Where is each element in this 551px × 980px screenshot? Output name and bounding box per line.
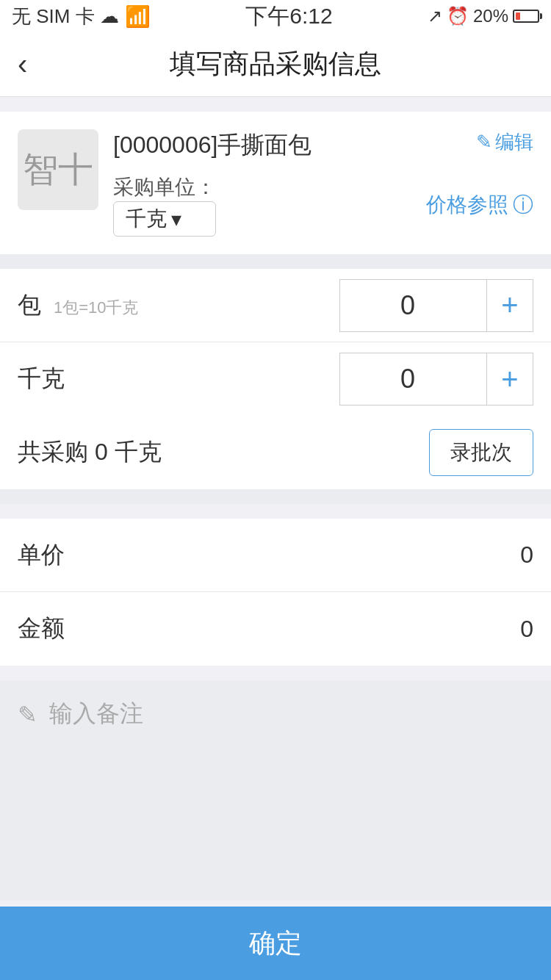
- product-name-row: [0000006]手撕面包 ✎ 编辑: [113, 129, 533, 162]
- divider-2: [0, 489, 551, 504]
- confirm-button[interactable]: 确定: [0, 907, 551, 980]
- divider-1: [0, 254, 551, 269]
- unit-row: 采购单位： 千克 ▾ 价格参照 ⓘ: [113, 173, 533, 237]
- edit-icon: ✎: [476, 131, 492, 154]
- kg-plus-button[interactable]: +: [486, 353, 533, 406]
- bao-input-row: 包 1包=10千克 +: [0, 269, 551, 342]
- price-info-section: 单价 0 金额 0: [0, 519, 551, 666]
- batch-button[interactable]: 录批次: [429, 429, 533, 476]
- unit-price-value: 0: [520, 541, 533, 569]
- status-bar: 无 SIM 卡 ☁ 📶 下午6:12 ↗ ⏰ 20%: [0, 0, 551, 32]
- summary-text: 共采购 0 千克: [18, 436, 162, 469]
- kg-input-wrap: +: [339, 353, 533, 406]
- wifi-icon: 📶: [125, 4, 151, 29]
- dropdown-arrow: ▾: [171, 207, 181, 231]
- bao-sublabel: 1包=10千克: [54, 298, 139, 317]
- confirm-button-label: 确定: [249, 926, 302, 962]
- status-time: 下午6:12: [245, 1, 332, 32]
- nav-bar: ‹ 填写商品采购信息: [0, 32, 551, 97]
- amount-label: 金额: [18, 613, 65, 645]
- battery-icon: [513, 10, 539, 23]
- product-info: [0000006]手撕面包 ✎ 编辑 采购单位： 千克 ▾ 价格参照 ⓘ: [113, 129, 533, 237]
- product-logo: 智十: [23, 146, 93, 193]
- unit-price-label: 单价: [18, 539, 65, 572]
- unit-value: 千克: [126, 205, 167, 233]
- location-icon: ↗: [428, 6, 442, 26]
- status-right: ↗ ⏰ 20%: [428, 6, 539, 26]
- status-left: 无 SIM 卡 ☁ 📶: [12, 4, 151, 29]
- kg-input[interactable]: [339, 353, 486, 406]
- unit-dropdown[interactable]: 千克 ▾: [113, 201, 216, 237]
- summary-value: 0: [95, 439, 108, 465]
- unit-label: 采购单位： 千克 ▾: [113, 173, 216, 237]
- product-name: [0000006]手撕面包: [113, 129, 311, 162]
- edit-label: 编辑: [495, 129, 533, 155]
- kg-input-row: 千克 +: [0, 342, 551, 416]
- amount-value: 0: [520, 616, 533, 643]
- summary-row: 共采购 0 千克 录批次: [0, 416, 551, 489]
- bao-input-wrap: +: [339, 279, 533, 332]
- unit-price-row: 单价 0: [0, 519, 551, 592]
- back-button[interactable]: ‹: [18, 48, 27, 81]
- edit-link[interactable]: ✎ 编辑: [476, 129, 533, 155]
- bao-plus-button[interactable]: +: [486, 279, 533, 332]
- note-section[interactable]: ✎ 输入备注: [0, 680, 551, 901]
- price-ref-link[interactable]: 价格参照 ⓘ: [426, 191, 533, 219]
- price-ref-help-icon: ⓘ: [513, 191, 533, 219]
- pencil-icon: ✎: [18, 701, 37, 729]
- summary-unit: 千克: [115, 439, 162, 465]
- price-ref-label: 价格参照: [426, 191, 508, 219]
- battery-text: 20%: [473, 6, 508, 26]
- bao-input[interactable]: [339, 279, 486, 332]
- product-card: 智十 [0000006]手撕面包 ✎ 编辑 采购单位： 千克 ▾ 价格参照 ⓘ: [0, 112, 551, 254]
- page-title: 填写商品采购信息: [170, 46, 381, 82]
- amount-row: 金额 0: [0, 592, 551, 666]
- note-placeholder: 输入备注: [49, 698, 143, 730]
- alarm-icon: ⏰: [447, 6, 469, 26]
- product-image: 智十: [18, 129, 98, 210]
- quantity-section: 包 1包=10千克 + 千克 +: [0, 269, 551, 416]
- kg-label: 千克: [18, 363, 339, 395]
- no-sim-text: 无 SIM 卡 ☁: [12, 4, 119, 29]
- bao-label: 包 1包=10千克: [18, 289, 339, 322]
